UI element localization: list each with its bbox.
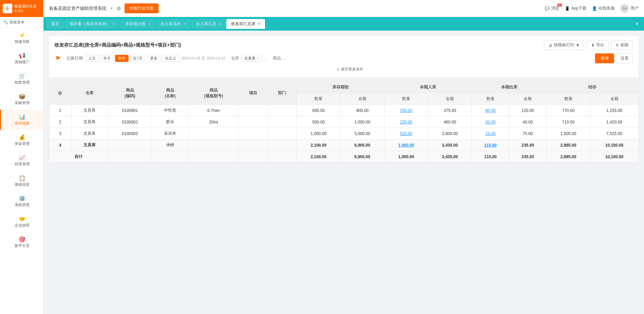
date-btn-more[interactable]: 更多 xyxy=(147,55,161,62)
search-menu[interactable]: 🔍 搜索菜单 xyxy=(0,17,43,28)
th-out-group: 本期出库 xyxy=(472,82,546,93)
cell-project xyxy=(238,105,268,116)
tab-home[interactable]: 首页 xyxy=(46,19,64,29)
cell-name: 中性笔 xyxy=(152,105,188,116)
date-btn-this-year[interactable]: 本年 xyxy=(115,55,129,62)
page-content: 收发存汇总表(按仓库+商品编码+商品+规格型号+项目+部门) 🖨 按模板打印 ▼… xyxy=(44,31,644,314)
date-btn-last-month[interactable]: 上月 xyxy=(85,55,99,62)
footer-close-amt: 10,100.00 xyxy=(590,151,639,163)
tab-stock-distribution[interactable]: 现存量（库存分布表） × xyxy=(65,19,120,29)
tab-summary-close[interactable]: × xyxy=(219,22,221,26)
cell-dept xyxy=(267,128,297,139)
th-spec: 商品(规格型号) xyxy=(189,82,238,105)
user-item[interactable]: Ea 用户 xyxy=(620,4,639,13)
experience-btn[interactable]: 体验行业方案 xyxy=(125,3,159,13)
action-buttons: 🖨 按模板打印 ▼ ⬆ 导出 ↻ 刷新 xyxy=(544,40,633,50)
tab-stock-close[interactable]: × xyxy=(113,22,115,26)
date-btn-7days[interactable]: 近7天 xyxy=(130,55,146,62)
cell-dept xyxy=(267,139,297,151)
export-button[interactable]: ⬆ 导出 xyxy=(587,40,609,50)
sidebar-item-operations[interactable]: 📈 经营管理 xyxy=(0,150,43,171)
table-settings-icon[interactable]: ⚙ xyxy=(58,90,62,96)
footer-out-amt: 235.00 xyxy=(509,151,547,163)
cell-open-qty: 500.00 xyxy=(297,116,341,128)
cell-out-amt: 75.00 xyxy=(509,128,547,139)
tab-batch-account[interactable]: 库存批次账 × xyxy=(120,19,155,29)
expand-more-row: ∨ 展开更多条件 xyxy=(67,65,633,73)
sidebar-item-newbie[interactable]: 🎯 新手引导 xyxy=(0,232,43,252)
filter-row1: 记账日期 上月 本月 本年 近7天 更多 自定义 2023-01-01 至 20… xyxy=(67,53,633,63)
message-item[interactable]: 💬 消息 6 xyxy=(545,5,559,11)
warehouse-tag-close[interactable]: × xyxy=(257,56,259,60)
in-qty-link[interactable]: 230.00 xyxy=(400,120,412,125)
date-btn-this-month[interactable]: 本月 xyxy=(100,55,114,62)
page-title: 收发存汇总表(按仓库+商品编码+商品+规格型号+项目+部门) xyxy=(54,42,181,48)
sidebar-item-marketing[interactable]: 📢 营销推广 xyxy=(0,48,43,69)
export-label: 导出 xyxy=(596,42,604,48)
tabs-close-all[interactable]: × xyxy=(633,21,641,27)
warehouse-filter: 仓库 文具库 × ... xyxy=(231,55,267,62)
print-dropdown-icon: ▼ xyxy=(576,43,580,48)
operations-icon: 📈 xyxy=(19,154,26,161)
app-download-item[interactable]: 📱 App下载 xyxy=(565,5,587,11)
cell-serial: 1 xyxy=(49,105,71,116)
expand-more-btn[interactable]: ∨ 展开更多条件 xyxy=(333,65,367,73)
tab-in-out-flow[interactable]: 出入库流水 × xyxy=(156,19,191,29)
out-qty-link[interactable]: 115.00 xyxy=(484,143,497,148)
online-service-item[interactable]: 👤 在线客服 xyxy=(592,5,615,11)
goods-more[interactable]: ... xyxy=(283,56,286,61)
out-qty-link[interactable]: 80.00 xyxy=(485,108,496,113)
in-qty-link[interactable]: 1,000.00 xyxy=(398,143,414,148)
tab-flow-close[interactable]: × xyxy=(184,22,186,26)
sidebar-item-label: 基础信息 xyxy=(15,182,30,187)
footer-empty2 xyxy=(152,151,188,163)
out-qty-link[interactable]: 20.00 xyxy=(485,120,496,125)
cell-in-qty: 1,000.00 xyxy=(384,139,428,151)
footer-open-qty: 2,100.00 xyxy=(297,151,341,163)
in-qty-link[interactable]: 520.00 xyxy=(400,131,412,136)
sidebar-item-enterprise[interactable]: 🤝 企业协同 xyxy=(0,212,43,232)
sidebar-item-sales[interactable]: 🛒 销售管理 xyxy=(0,69,43,89)
query-button[interactable]: 查询 xyxy=(595,53,614,63)
date-btn-custom[interactable]: 自定义 xyxy=(162,55,179,62)
refresh-button[interactable]: ↻ 刷新 xyxy=(611,40,633,50)
warehouse-tag[interactable]: 文具库 × xyxy=(241,55,262,62)
in-qty-link[interactable]: 250.00 xyxy=(400,108,412,113)
sidebar-item-system[interactable]: ⚙️ 系统管理 xyxy=(0,191,43,212)
tab-in-out-summary[interactable]: 出入库汇总 × xyxy=(191,19,226,29)
cell-open-amt: 900.00 xyxy=(341,105,384,116)
cell-open-amt: 6,900.00 xyxy=(341,139,384,151)
cell-spec: 0.7mm xyxy=(189,105,238,116)
cell-out-qty: 80.00 xyxy=(472,105,509,116)
print-button[interactable]: 🖨 按模板打印 ▼ xyxy=(544,40,584,50)
tab-receive-close[interactable]: × xyxy=(258,22,260,26)
date-filter: 记账日期 上月 本月 本年 近7天 更多 自定义 2023-01-01 至 20… xyxy=(67,55,226,62)
system-dropdown[interactable]: ▼ xyxy=(110,6,113,10)
gear-settings-icon[interactable]: ⚙ xyxy=(117,6,121,11)
out-qty-link[interactable]: 15.00 xyxy=(485,131,496,136)
sidebar-item-finance[interactable]: 💰 资金管理 xyxy=(0,130,43,150)
sales-icon: 🛒 xyxy=(19,73,26,79)
table-row: 1 文具库 0100001 中性笔 0.7mm 600.00 900.00 25… xyxy=(49,105,639,116)
tab-receive-send[interactable]: 收发存汇总表 × xyxy=(226,19,265,29)
sidebar-item-purchase[interactable]: 📦 采购管理 xyxy=(0,89,43,110)
warehouse-more[interactable]: ... xyxy=(264,56,267,61)
sidebar-item-basic[interactable]: 📋 基础信息 xyxy=(0,171,43,191)
goods-filter: 商品 ... xyxy=(273,55,286,61)
th-closing-amt: 金额 xyxy=(590,93,639,105)
tab-batch-close[interactable]: × xyxy=(148,22,150,26)
settings-button[interactable]: 设置 xyxy=(616,53,633,63)
th-opening-qty: 数量 xyxy=(297,93,341,105)
print-icon: 🖨 xyxy=(548,43,552,48)
refresh-icon: ↻ xyxy=(616,43,619,48)
cell-close-qty: 2,985.00 xyxy=(546,139,590,151)
cell-project xyxy=(238,128,268,139)
th-dept: 部门 xyxy=(267,82,297,105)
sidebar-item-quick-nav[interactable]: ⚡ 快捷导航 xyxy=(0,28,43,48)
cell-name: 胶水 xyxy=(152,116,188,128)
th-opening-amt: 金额 xyxy=(341,93,384,105)
footer-label: 合计 xyxy=(49,151,108,163)
filter-expand-arrow[interactable]: ▶ xyxy=(54,53,63,61)
app-title: 畅捷通好生意 标准版 xyxy=(14,4,37,13)
sidebar-item-inventory[interactable]: 📊 库存核算 xyxy=(0,110,43,130)
